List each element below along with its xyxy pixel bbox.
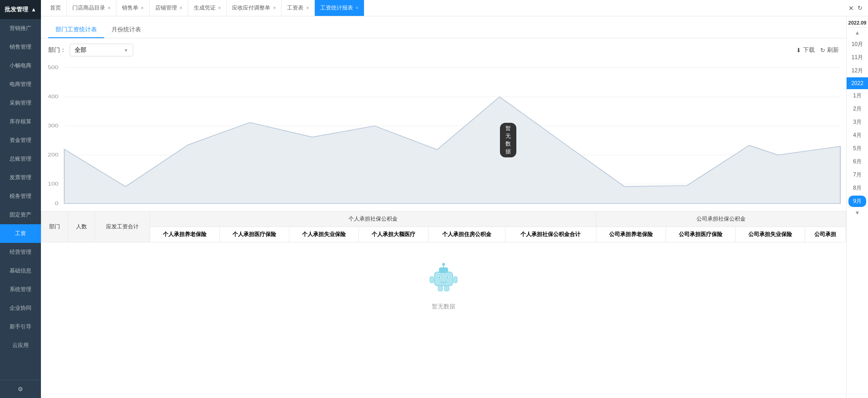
empty-state: 暂无数据 bbox=[41, 242, 846, 320]
tab-label-home: 首页 bbox=[50, 4, 61, 12]
time-panel-nav-up[interactable]: ▲ bbox=[847, 28, 868, 38]
tab-payroll-report[interactable]: 工资统计报表× bbox=[315, 0, 364, 16]
table-area: 部门 人数 应发工资合计 个人承担社保公积金 公司承担社保公积金 个人承担养老保… bbox=[41, 211, 846, 398]
sidebar-item-sales[interactable]: 销售管理 bbox=[0, 38, 41, 56]
time-panel-item-4[interactable]: 4月 bbox=[847, 129, 868, 142]
sidebar-item-invoice[interactable]: 发票管理 bbox=[0, 168, 41, 187]
th-company-medical: 公司承担医疗保险 bbox=[666, 227, 735, 242]
sub-tab-dept[interactable]: 部门工资统计表 bbox=[48, 22, 104, 38]
sidebar-items: 营销推广销售管理小畅电商电商管理采购管理库存核算资金管理总账管理发票管理税务管理… bbox=[0, 19, 41, 355]
svg-rect-24 bbox=[444, 286, 449, 291]
time-panel-nav-down[interactable]: ▼ bbox=[847, 208, 868, 218]
sidebar-item-cloud[interactable]: 云应用 bbox=[0, 336, 41, 355]
download-label: 下载 bbox=[803, 46, 815, 54]
tab-production[interactable]: 生成凭证× bbox=[188, 0, 227, 16]
tab-store-mgmt[interactable]: 店铺管理× bbox=[150, 0, 188, 16]
time-panel-item-1[interactable]: 1月 bbox=[847, 89, 868, 102]
empty-state-text: 暂无数据 bbox=[432, 302, 455, 311]
main-area: 首页门店商品目录×销售单×店铺管理×生成凭证×应收应付调整单×工资表×工资统计报… bbox=[41, 0, 868, 398]
content-area: 部门工资统计表月份统计表 部门： 全部 ▼ ⬇ 下载 ↻ bbox=[41, 16, 868, 398]
tabs-container: 首页门店商品目录×销售单×店铺管理×生成凭证×应收应付调整单×工资表×工资统计报… bbox=[45, 0, 364, 16]
sidebar-toggle-icon[interactable]: ▲ bbox=[31, 6, 36, 13]
sidebar-item-purchase[interactable]: 采购管理 bbox=[0, 94, 41, 112]
svg-text:500: 500 bbox=[48, 64, 59, 71]
time-panel-item-10[interactable]: 10月 bbox=[847, 38, 868, 51]
time-panel-item-11[interactable]: 11月 bbox=[847, 51, 868, 64]
sidebar-item-ecommerce-small[interactable]: 小畅电商 bbox=[0, 56, 41, 75]
tab-close-production[interactable]: × bbox=[218, 5, 221, 10]
download-button[interactable]: ⬇ 下载 bbox=[796, 46, 815, 54]
chart-tooltip: 暂无数据 bbox=[500, 123, 516, 157]
tab-payroll-table[interactable]: 工资表× bbox=[282, 0, 315, 16]
refresh-tab-button[interactable]: ↻ bbox=[858, 5, 863, 11]
tab-catalog[interactable]: 门店商品目录× bbox=[67, 0, 116, 16]
tab-label-payroll-report: 工资统计报表 bbox=[320, 4, 353, 12]
th-personal-medical: 个人承担医疗保险 bbox=[220, 227, 289, 242]
sub-tabs: 部门工资统计表月份统计表 bbox=[41, 16, 846, 38]
time-panel-month-9[interactable]: 9月 bbox=[848, 196, 866, 207]
tab-close-payroll-report[interactable]: × bbox=[356, 5, 358, 10]
tab-label-payroll-table: 工资表 bbox=[287, 4, 303, 12]
refresh-icon: ↻ bbox=[820, 47, 825, 54]
sidebar-item-tax[interactable]: 税务管理 bbox=[0, 187, 41, 206]
sidebar-item-ledger[interactable]: 总账管理 bbox=[0, 150, 41, 168]
svg-text:300: 300 bbox=[48, 122, 59, 129]
tab-close-receivable[interactable]: × bbox=[273, 5, 276, 10]
sidebar-item-assets[interactable]: 固定资产 bbox=[0, 206, 41, 224]
sidebar-item-inventory[interactable]: 库存核算 bbox=[0, 112, 41, 131]
time-panel-year-2022[interactable]: 2022 bbox=[847, 77, 868, 89]
sidebar-item-basic[interactable]: 基础信息 bbox=[0, 262, 41, 280]
chart-area: 500 400 300 200 100 0 bbox=[41, 62, 846, 207]
th-personal-housing: 个人承担住房公积金 bbox=[429, 227, 505, 242]
dept-select[interactable]: 全部 ▼ bbox=[70, 44, 133, 56]
time-panel-item-6[interactable]: 6月 bbox=[847, 155, 868, 168]
tab-label-catalog: 门店商品目录 bbox=[72, 4, 105, 12]
sidebar-item-ops[interactable]: 经营管理 bbox=[0, 243, 41, 262]
svg-rect-22 bbox=[454, 277, 457, 283]
data-table: 部门 人数 应发工资合计 个人承担社保公积金 公司承担社保公积金 个人承担养老保… bbox=[41, 211, 846, 242]
th-company-unemployment: 公司承担失业保险 bbox=[735, 227, 805, 242]
tab-close-sales-order[interactable]: × bbox=[141, 5, 144, 10]
th-count: 人数 bbox=[68, 212, 95, 242]
sidebar-item-payroll[interactable]: 工资 bbox=[0, 224, 41, 243]
svg-point-19 bbox=[439, 277, 440, 278]
sidebar-item-system[interactable]: 系统管理 bbox=[0, 280, 41, 299]
th-company-pension: 公司承担养老保险 bbox=[596, 227, 666, 242]
tab-sales-order[interactable]: 销售单× bbox=[116, 0, 150, 16]
svg-point-20 bbox=[447, 277, 449, 278]
time-panel-item-12[interactable]: 12月 bbox=[847, 64, 868, 77]
svg-rect-23 bbox=[438, 286, 443, 291]
close-all-button[interactable]: ✕ bbox=[848, 5, 854, 12]
tab-close-store-mgmt[interactable]: × bbox=[180, 5, 182, 10]
sidebar-item-enterprise[interactable]: 企业协同 bbox=[0, 299, 41, 317]
tab-close-catalog[interactable]: × bbox=[108, 5, 111, 10]
sidebar-item-marketing[interactable]: 营销推广 bbox=[0, 19, 41, 38]
sidebar-title: 批发管理 bbox=[5, 5, 28, 14]
time-panel-item-7[interactable]: 7月 bbox=[847, 168, 868, 181]
sub-tab-month[interactable]: 月份统计表 bbox=[104, 22, 148, 38]
tab-bar-end: ✕ ↻ bbox=[848, 5, 864, 12]
time-panel-item-8[interactable]: 8月 bbox=[847, 181, 868, 195]
tab-receivable[interactable]: 应收应付调整单× bbox=[227, 0, 282, 16]
sidebar-item-ecommerce[interactable]: 电商管理 bbox=[0, 75, 41, 94]
svg-rect-21 bbox=[430, 277, 434, 283]
th-dept: 部门 bbox=[41, 212, 68, 242]
tab-close-payroll-table[interactable]: × bbox=[306, 5, 309, 10]
page-content: 部门工资统计表月份统计表 部门： 全部 ▼ ⬇ 下载 ↻ bbox=[41, 16, 846, 398]
chevron-down-icon: ▼ bbox=[124, 48, 128, 53]
sidebar: 批发管理 ▲ 营销推广销售管理小畅电商电商管理采购管理库存核算资金管理总账管理发… bbox=[0, 0, 41, 398]
chart-tooltip-text: 暂无数据 bbox=[505, 125, 511, 155]
sidebar-settings[interactable]: ⚙ bbox=[0, 380, 41, 398]
time-panel-item-2[interactable]: 2月 bbox=[847, 102, 868, 116]
refresh-label: 刷新 bbox=[827, 46, 839, 54]
tab-bar: 首页门店商品目录×销售单×店铺管理×生成凭证×应收应付调整单×工资表×工资统计报… bbox=[41, 0, 868, 16]
sidebar-item-guide[interactable]: 新手引导 bbox=[0, 317, 41, 336]
time-panel-item-3[interactable]: 3月 bbox=[847, 116, 868, 129]
tab-home[interactable]: 首页 bbox=[45, 0, 67, 16]
time-panel-item-5[interactable]: 5月 bbox=[847, 142, 868, 155]
sidebar-item-finance[interactable]: 资金管理 bbox=[0, 131, 41, 150]
dept-select-value: 全部 bbox=[75, 46, 86, 54]
tab-label-store-mgmt: 店铺管理 bbox=[155, 4, 177, 12]
refresh-button[interactable]: ↻ 刷新 bbox=[820, 46, 839, 54]
sidebar-header: 批发管理 ▲ bbox=[0, 0, 41, 19]
